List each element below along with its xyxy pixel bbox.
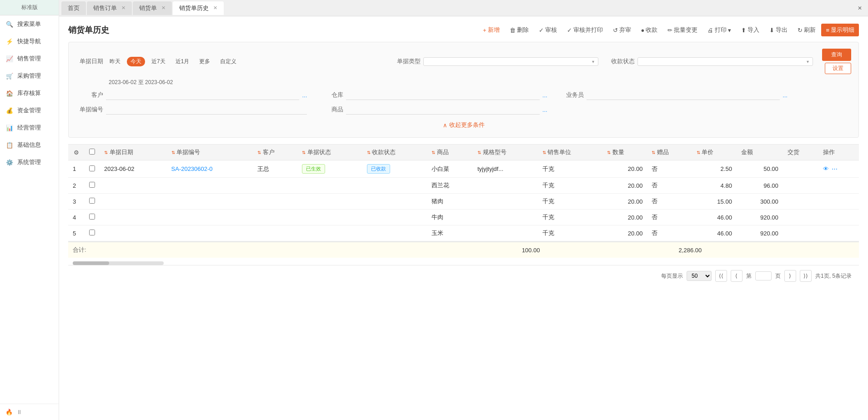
tab-home[interactable]: 首页	[61, 1, 86, 15]
date-yesterday[interactable]: 昨天	[106, 57, 124, 66]
view-icon[interactable]: 👁	[823, 165, 829, 172]
import-button[interactable]: ⬆ 导入	[737, 24, 764, 36]
query-button[interactable]: 查询	[822, 49, 851, 61]
tab-sales-history[interactable]: 销货单历史 ✕	[173, 1, 224, 15]
row-doc-no[interactable]	[167, 210, 253, 225]
inventory-icon: 🏠	[5, 89, 14, 97]
col-doc-no[interactable]: ⇅ 单据编号	[167, 145, 253, 160]
collect-button[interactable]: ● 收款	[637, 24, 662, 36]
col-spec[interactable]: ⇅ 规格型号	[473, 145, 538, 160]
last-page-btn[interactable]: ⟩⟩	[800, 270, 812, 282]
product-dots[interactable]: ...	[542, 106, 547, 113]
tab-sales-history-close[interactable]: ✕	[213, 5, 217, 11]
show-detail-button[interactable]: ≡ 显示明细	[821, 24, 859, 36]
col-unit-price[interactable]: ⇅ 单价	[692, 145, 737, 160]
batch-change-button[interactable]: ✏ 批量变更	[663, 24, 702, 36]
row-checkbox[interactable]	[85, 210, 100, 225]
row-doc-no[interactable]	[167, 178, 253, 194]
filter-collapse[interactable]: ∧ 收起更多条件	[76, 119, 851, 131]
col-quantity[interactable]: ⇅ 数量	[602, 145, 647, 160]
sidebar-item-search-menu[interactable]: 🔍 搜索菜单	[0, 15, 59, 33]
tab-sales-order[interactable]: 销售订单 ✕	[87, 1, 132, 15]
settings-button[interactable]: 设置	[825, 63, 851, 74]
audit-button[interactable]: ✓ 审核	[534, 24, 562, 36]
audit-print-button[interactable]: ✓ 审核并打印	[562, 24, 607, 36]
doc-no-input[interactable]	[106, 105, 307, 115]
date-range-display: 2023-06-02 至 2023-06-02	[109, 79, 173, 85]
row-checkbox[interactable]	[85, 160, 100, 178]
export-button[interactable]: ⬇ 导出	[765, 24, 792, 36]
pagination: 每页显示 50 100 ⟨⟨ ⟨ 第 1 页 ⟩ ⟩⟩ 共1页, 5条记录	[68, 265, 859, 286]
delete-button[interactable]: 🗑 删除	[505, 24, 533, 36]
date-today[interactable]: 今天	[127, 57, 145, 66]
page-input[interactable]: 1	[755, 271, 772, 280]
print-arrow-icon: ▾	[728, 27, 731, 34]
tab-sales-order-close[interactable]: ✕	[121, 5, 125, 11]
scroll-thumb[interactable]	[73, 261, 109, 265]
row-select[interactable]	[89, 214, 95, 220]
tab-sales-delivery[interactable]: 销货单 ✕	[133, 1, 172, 15]
col-settings[interactable]: ⚙	[68, 145, 85, 160]
warehouse-input[interactable]	[346, 90, 539, 100]
sidebar-item-label: 资金管理	[17, 106, 41, 115]
sidebar-item-inventory[interactable]: 🏠 库存核算	[0, 85, 59, 102]
sidebar-item-basic-info[interactable]: 📋 基础信息	[0, 136, 59, 154]
sidebar-item-operations[interactable]: 📊 经营管理	[0, 119, 59, 136]
sidebar-pause-icon[interactable]: ⏸	[16, 409, 22, 415]
doc-type-select[interactable]: ▾	[423, 57, 599, 66]
col-date[interactable]: ⇅ 单据日期	[100, 145, 167, 160]
select-all-checkbox[interactable]	[89, 149, 95, 155]
row-select[interactable]	[89, 182, 95, 188]
tab-sales-delivery-close[interactable]: ✕	[161, 5, 166, 11]
row-select[interactable]	[89, 230, 95, 235]
col-checkbox[interactable]	[85, 145, 100, 160]
col-transaction[interactable]: 交货	[783, 145, 818, 160]
sidebar-item-sales-mgmt[interactable]: 📈 销售管理	[0, 50, 59, 67]
abandon-button[interactable]: ↺ 弃审	[608, 24, 636, 36]
col-unit[interactable]: ⇅ 销售单位	[538, 145, 603, 160]
date-custom[interactable]: 自定义	[216, 57, 240, 66]
col-doc-status[interactable]: ⇅ 单据状态	[297, 145, 362, 160]
col-customer[interactable]: ⇅ 客户	[253, 145, 297, 160]
horizontal-scrollbar[interactable]	[73, 261, 164, 265]
row-select[interactable]	[89, 198, 95, 204]
col-payment-status[interactable]: ⇅ 收款状态	[362, 145, 427, 160]
row-checkbox[interactable]	[85, 225, 100, 241]
row-unit: 千克	[538, 178, 603, 194]
refresh-button[interactable]: ↻ 刷新	[793, 24, 820, 36]
row-checkbox[interactable]	[85, 194, 100, 210]
close-all-tabs[interactable]: ✕	[854, 3, 866, 13]
customer-dots[interactable]: ...	[302, 92, 307, 99]
sidebar-item-quick-nav[interactable]: ⚡ 快捷导航	[0, 33, 59, 50]
next-page-btn[interactable]: ⟩	[784, 270, 796, 282]
row-doc-status	[297, 194, 362, 210]
sidebar-item-purchase-mgmt[interactable]: 🛒 采购管理	[0, 67, 59, 85]
row-doc-no[interactable]: SA-20230602-0	[167, 160, 253, 178]
row-doc-no[interactable]	[167, 225, 253, 241]
row-doc-no[interactable]	[167, 194, 253, 210]
col-gift[interactable]: ⇅ 赠品	[647, 145, 692, 160]
col-product[interactable]: ⇅ 商品	[427, 145, 473, 160]
sidebar-item-finance[interactable]: 💰 资金管理	[0, 102, 59, 119]
customer-input[interactable]	[106, 90, 299, 100]
salesperson-dots[interactable]: ...	[783, 92, 788, 99]
first-page-btn[interactable]: ⟨⟨	[715, 270, 727, 282]
product-input[interactable]	[346, 105, 539, 115]
new-button[interactable]: + 新增	[478, 24, 504, 36]
per-page-select[interactable]: 50 100	[687, 271, 712, 281]
date-7days[interactable]: 近7天	[148, 57, 169, 66]
sidebar-item-system-mgmt[interactable]: ⚙️ 系统管理	[0, 154, 59, 171]
warehouse-dots[interactable]: ...	[542, 92, 547, 99]
prev-page-btn[interactable]: ⟨	[731, 270, 743, 282]
page-content: 销货单历史 + 新增 🗑 删除 ✓ 审核 ✓ 审核并打印	[59, 16, 868, 420]
payment-status-select[interactable]: ▾	[637, 57, 813, 66]
sidebar-collapse-icon[interactable]: 🔥	[5, 409, 13, 415]
row-checkbox[interactable]	[85, 178, 100, 194]
col-amount[interactable]: 金额	[737, 145, 783, 160]
more-icon[interactable]: ⋯	[832, 165, 838, 172]
date-more[interactable]: 更多	[196, 57, 214, 66]
date-1month[interactable]: 近1月	[172, 57, 193, 66]
row-select[interactable]	[89, 165, 95, 171]
salesperson-input[interactable]	[587, 90, 780, 100]
print-button[interactable]: 🖨 打印 ▾	[703, 24, 736, 36]
